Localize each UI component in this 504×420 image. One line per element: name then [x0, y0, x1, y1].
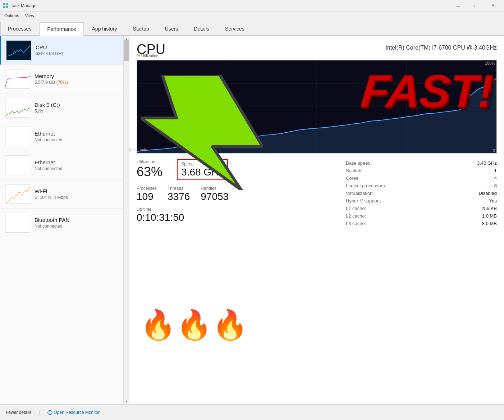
threads-label: Threads [168, 186, 190, 191]
maximize-button[interactable]: □ [467, 0, 484, 12]
sidebar-item-cpu[interactable]: CPU 63% 3.68 GHz [0, 36, 129, 65]
info-sockets: Sockets: 1 [346, 167, 497, 174]
l1-key: L1 cache: [346, 206, 366, 211]
lower-section: Utilization 63% Speed 3.68 GHz Processes… [137, 159, 497, 227]
tab-performance[interactable]: Performance [40, 22, 83, 36]
open-resource-monitor-link[interactable]: Open Resource Monitor [47, 410, 100, 415]
menu-options[interactable]: Options [1, 13, 22, 19]
graph-time-label: 60 seconds [129, 147, 317, 152]
memory-sidebar-info: Memory 5.5/7.9 GB (70%) [35, 73, 124, 85]
base-speed-key: Base speed: [346, 160, 372, 166]
ethernet2-sidebar-name: Ethernet [35, 159, 124, 165]
fewer-details-link[interactable]: Fewer details [6, 410, 31, 415]
uptime-label: Up time [137, 207, 346, 212]
svg-rect-2 [3, 6, 5, 8]
cpu-sidebar-name: CPU [36, 44, 124, 50]
info-logical-processors: Logical processors: 8 [346, 182, 497, 190]
info-hyperv: Hyper-V support: Yes [346, 197, 497, 205]
speed-value: 3.68 GHz [181, 166, 224, 178]
util-speed-row: Utilization 63% Speed 3.68 GHz [137, 159, 346, 180]
cpu-stats: Utilization 63% Speed 3.68 GHz Processes… [137, 159, 346, 227]
utilization-group: Utilization 63% [137, 159, 162, 180]
memory-thumbnail [5, 69, 30, 89]
logical-val: 8 [494, 183, 497, 188]
ethernet1-thumbnail [5, 127, 30, 146]
memory-sidebar-name: Memory [35, 73, 124, 79]
processes-group: Processes 109 [137, 186, 157, 202]
ethernet2-thumbnail [5, 155, 30, 175]
sidebar-item-wifi[interactable]: Wi-Fi S: 104 R: 4 Mbps [0, 180, 129, 209]
cpu-detail-panel: CPU Intel(R) Core(TM) i7-6700 CPU @ 3.40… [129, 36, 504, 404]
svg-rect-7 [5, 127, 30, 146]
uptime-value: 0:10:31:50 [137, 212, 346, 223]
ethernet1-sidebar-name: Ethernet [35, 131, 124, 137]
handles-group: Handles 97053 [201, 186, 229, 202]
hyperv-key: Hyper-V support: [346, 198, 381, 204]
footer-separator: | [38, 409, 40, 416]
tab-services[interactable]: Services [217, 22, 252, 35]
l2-val: 1.0 MB [482, 213, 497, 219]
graph-100-label: 100% [485, 61, 495, 65]
tab-processes[interactable]: Processes [0, 22, 39, 35]
graph-y-label: % Utilization [137, 54, 159, 58]
utilization-value: 63% [137, 164, 162, 179]
scroll-down-arrow[interactable]: ▼ [124, 398, 129, 404]
tab-startup[interactable]: Startup [125, 22, 157, 35]
svg-rect-10 [5, 213, 30, 232]
cores-val: 4 [494, 175, 497, 181]
flame-overlay: 🔥🔥🔥 [140, 311, 248, 339]
disk-sidebar-info: Disk 0 (C:) 51% [35, 102, 124, 114]
window-controls: — □ ✕ [450, 0, 501, 12]
cpu-sidebar-detail: 63% 3.68 GHz [36, 51, 124, 56]
footer: Fewer details | Open Resource Monitor [0, 404, 504, 420]
info-l2: L2 cache: 1.0 MB [346, 212, 497, 220]
sidebar-scrollbar[interactable]: ▲ ▼ [123, 36, 129, 404]
svg-rect-3 [6, 6, 8, 8]
sidebar-item-ethernet1[interactable]: Ethernet Not connected [0, 122, 129, 151]
bluetooth-sidebar-name: Bluetooth PAN [35, 217, 124, 223]
resource-monitor-icon [47, 410, 52, 415]
threads-group: Threads 3376 [168, 186, 190, 202]
info-l3: L3 cache: 8.0 MB [346, 220, 497, 227]
tab-details[interactable]: Details [186, 22, 217, 35]
cpu-model: Intel(R) Core(TM) i7-6700 CPU @ 3.40GHz [385, 45, 497, 51]
info-virtualization: Virtualization: Disabled [346, 190, 497, 197]
hyperv-val: Yes [489, 198, 497, 204]
tab-app-history[interactable]: App history [84, 22, 125, 35]
wifi-sidebar-name: Wi-Fi [35, 188, 124, 194]
svg-rect-0 [3, 3, 5, 5]
handles-label: Handles [201, 186, 229, 191]
minimize-button[interactable]: — [450, 0, 467, 12]
virt-key: Virtualization: [346, 191, 374, 196]
logical-key: Logical processors: [346, 183, 386, 188]
l3-val: 8.0 MB [482, 221, 497, 226]
uptime-group: Up time 0:10:31:50 [137, 207, 346, 223]
memory-sidebar-detail: 5.5/7.9 GB (70%) [35, 80, 124, 85]
processes-value: 109 [137, 191, 157, 202]
speed-box: Speed 3.68 GHz [177, 159, 228, 180]
cores-key: Cores: [346, 175, 359, 181]
menu-view[interactable]: View [22, 13, 37, 19]
sidebar-item-memory[interactable]: Memory 5.5/7.9 GB (70%) [0, 65, 129, 93]
scrollbar-thumb[interactable] [124, 40, 129, 61]
graph-0-label: 0 [493, 148, 495, 152]
ethernet2-sidebar-info: Ethernet Not connected [35, 159, 124, 171]
ethernet1-sidebar-info: Ethernet Not connected [35, 131, 124, 142]
sidebar-list: CPU 63% 3.68 GHz Memory 5.5/7.9 GB (70%) [0, 36, 129, 404]
sidebar-item-bluetooth[interactable]: Bluetooth PAN Not connected [0, 209, 129, 237]
bluetooth-sidebar-info: Bluetooth PAN Not connected [35, 217, 124, 229]
wifi-sidebar-info: Wi-Fi S: 104 R: 4 Mbps [35, 188, 124, 200]
cpu-graph: 100% 0 60 seconds FAST! [137, 60, 497, 154]
sidebar-item-ethernet2[interactable]: Ethernet Not connected [0, 151, 129, 180]
window-title: Task Manager [11, 3, 450, 8]
l2-key: L2 cache: [346, 213, 366, 219]
info-cores: Cores: 4 [346, 174, 497, 182]
sidebar-item-disk[interactable]: Disk 0 (C:) 51% [0, 93, 129, 122]
cpu-thumbnail [6, 40, 31, 60]
title-bar: Task Manager — □ ✕ [0, 0, 504, 12]
tab-users[interactable]: Users [157, 22, 186, 35]
close-button[interactable]: ✕ [485, 0, 501, 12]
base-speed-val: 3.40 GHz [477, 160, 497, 166]
menu-bar: Options View [0, 12, 504, 20]
bluetooth-sidebar-detail: Not connected [35, 224, 124, 229]
